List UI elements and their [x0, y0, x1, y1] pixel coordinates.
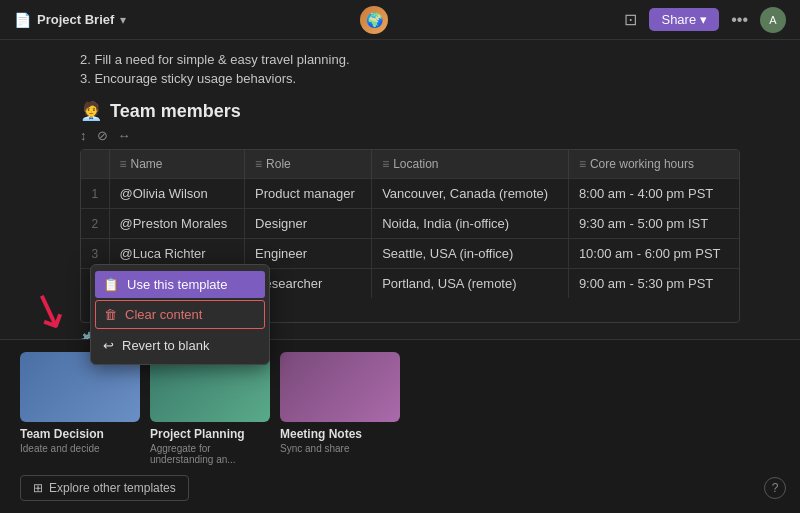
share-button[interactable]: Share ▾: [649, 8, 719, 31]
topbar-center: 🌍: [360, 6, 388, 34]
row-role: Product manager: [245, 179, 372, 209]
row-hours: 9:00 am - 5:30 pm PST: [568, 269, 739, 299]
templates-overlay: Team Decision Ideate and decide Project …: [0, 339, 800, 513]
row-index: 2: [81, 209, 109, 239]
template-card-meeting-notes[interactable]: Meeting Notes Sync and share: [280, 352, 400, 465]
template-card-title: Project Planning: [150, 427, 270, 441]
template-icon: 📋: [103, 277, 119, 292]
row-hours: 8:00 am - 4:00 pm PST: [568, 179, 739, 209]
list-item: 2. Fill a need for simple & easy travel …: [80, 50, 740, 69]
row-location: Noida, India (in-office): [372, 209, 569, 239]
team-title: Team members: [110, 101, 241, 122]
avatar[interactable]: A: [760, 7, 786, 33]
use-template-button[interactable]: 📋 Use this template: [95, 271, 265, 298]
template-card-subtitle: Sync and share: [280, 443, 400, 454]
list-items: 2. Fill a need for simple & easy travel …: [80, 50, 740, 88]
table-row: 1 @Olivia Wilson Product manager Vancouv…: [81, 179, 739, 209]
topbar-right: ⊡ Share ▾ ••• A: [622, 7, 786, 33]
template-card-title: Meeting Notes: [280, 427, 400, 441]
logo-avatar: 🌍: [360, 6, 388, 34]
list-item: 3. Encourage sticky usage behaviors.: [80, 69, 740, 88]
col-role-header[interactable]: ≡Role: [245, 150, 372, 179]
help-button[interactable]: ?: [764, 477, 786, 499]
more-options-button[interactable]: •••: [729, 9, 750, 31]
row-index: 1: [81, 179, 109, 209]
row-name[interactable]: @Preston Morales: [109, 209, 245, 239]
col-hours-header[interactable]: ≡Core working hours: [568, 150, 739, 179]
row-role: Designer: [245, 209, 372, 239]
dropdown-menu: 📋 Use this template 🗑 Clear content ↩ Re…: [90, 264, 270, 365]
template-card-project-planning[interactable]: Project Planning Aggregate for understan…: [150, 352, 270, 465]
team-section-header: 🧑‍💼 Team members: [80, 100, 740, 122]
template-cards: Team Decision Ideate and decide Project …: [20, 352, 780, 465]
document-icon: 📄: [14, 12, 31, 28]
explore-templates-button[interactable]: ⊞ Explore other templates: [20, 475, 189, 501]
row-location: Vancouver, Canada (remote): [372, 179, 569, 209]
project-title[interactable]: Project Brief: [37, 12, 114, 27]
template-area: Team Decision Ideate and decide Project …: [0, 340, 800, 513]
filter-icon[interactable]: ⊘: [97, 128, 108, 143]
row-location: Seattle, USA (in-office): [372, 239, 569, 269]
chevron-share-icon: ▾: [700, 12, 707, 27]
layout-icon-button[interactable]: ⊡: [622, 8, 639, 31]
row-hours: 10:00 am - 6:00 pm PST: [568, 239, 739, 269]
row-hours: 9:30 am - 5:00 pm IST: [568, 209, 739, 239]
clear-content-button[interactable]: 🗑 Clear content: [95, 300, 265, 329]
table-row: 2 @Preston Morales Designer Noida, India…: [81, 209, 739, 239]
revert-icon: ↩: [103, 338, 114, 353]
template-card-subtitle: Aggregate for understanding an...: [150, 443, 270, 465]
row-name[interactable]: @Olivia Wilson: [109, 179, 245, 209]
col-location-header[interactable]: ≡Location: [372, 150, 569, 179]
template-card-team-decision[interactable]: Team Decision Ideate and decide: [20, 352, 140, 465]
resize-icon[interactable]: ↔: [118, 128, 131, 143]
team-emoji: 🧑‍💼: [80, 100, 102, 122]
topbar: 📄 Project Brief ▾ 🌍 ⊡ Share ▾ ••• A: [0, 0, 800, 40]
template-card-subtitle: Ideate and decide: [20, 443, 140, 454]
grid-icon: ⊞: [33, 481, 43, 495]
col-index-header: [81, 150, 109, 179]
row-location: Portland, USA (remote): [372, 269, 569, 299]
col-name-header[interactable]: ≡Name: [109, 150, 245, 179]
sort-icon[interactable]: ↕: [80, 128, 87, 143]
trash-icon: 🗑: [104, 307, 117, 322]
table-controls: ↕ ⊘ ↔: [80, 128, 740, 143]
chevron-down-icon[interactable]: ▾: [120, 13, 126, 27]
template-card-title: Team Decision: [20, 427, 140, 441]
revert-to-blank-button[interactable]: ↩ Revert to blank: [91, 331, 269, 360]
topbar-left: 📄 Project Brief ▾: [14, 12, 126, 28]
template-thumb-3: [280, 352, 400, 422]
